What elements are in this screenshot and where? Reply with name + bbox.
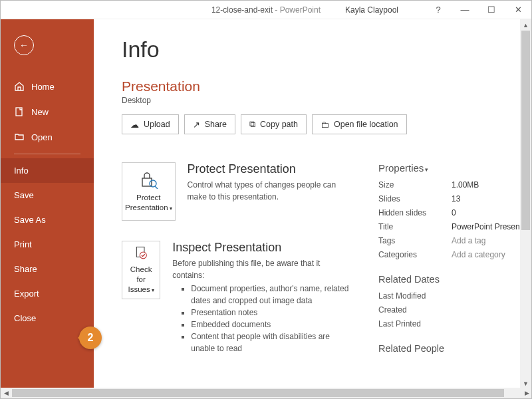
open-icon bbox=[14, 132, 25, 142]
property-value[interactable]: PowerPoint Presenta bbox=[452, 222, 527, 231]
inspect-heading: Inspect Presentation bbox=[172, 241, 353, 255]
sidebar-item-home[interactable]: Home bbox=[1, 74, 94, 99]
button-label: Share bbox=[205, 120, 227, 129]
related-people-header: Related People bbox=[378, 343, 531, 354]
property-key: Tags bbox=[378, 236, 452, 245]
chevron-down-icon: ▾ bbox=[425, 166, 428, 173]
scroll-track[interactable] bbox=[520, 31, 531, 378]
upload-button[interactable]: ☁ Upload bbox=[122, 114, 179, 134]
folder-icon: 🗀 bbox=[321, 120, 329, 130]
protect-presentation-button[interactable]: Protect Presentation▾ bbox=[122, 162, 176, 221]
callout-number: 2 bbox=[88, 332, 94, 344]
big-btn-line1: Protect bbox=[136, 194, 160, 201]
sidebar-label: Open bbox=[31, 132, 53, 142]
sidebar-item-open[interactable]: Open bbox=[1, 124, 94, 150]
property-value: 1.00MB bbox=[452, 180, 479, 190]
sidebar-label: New bbox=[31, 107, 49, 117]
share-button[interactable]: ↗ Share bbox=[184, 114, 235, 134]
scroll-track[interactable] bbox=[12, 388, 521, 398]
property-row-last-printed: Last Printed bbox=[378, 319, 531, 329]
sidebar-label: Info bbox=[14, 166, 29, 176]
link-icon: ⧉ bbox=[249, 119, 255, 130]
close-window-button[interactable]: ✕ bbox=[505, 1, 531, 19]
sidebar-item-save[interactable]: Save bbox=[1, 183, 94, 207]
inspect-item: Document properties, author's name, rela… bbox=[191, 283, 353, 307]
info-columns: Protect Presentation▾ Protect Presentati… bbox=[122, 162, 531, 360]
inspect-text: Inspect Presentation Before publishing t… bbox=[172, 241, 353, 354]
help-button[interactable]: ? bbox=[425, 1, 452, 19]
presentation-location: Desktop bbox=[122, 96, 531, 105]
minimize-button[interactable]: — bbox=[452, 1, 478, 19]
sidebar-label: Share bbox=[14, 264, 37, 274]
maximize-button[interactable]: ☐ bbox=[478, 1, 505, 19]
sidebar-item-export[interactable]: Export bbox=[1, 281, 94, 306]
back-button[interactable]: ← bbox=[14, 35, 34, 55]
property-value[interactable]: Add a tag bbox=[452, 236, 485, 245]
big-btn-line1: Check for bbox=[130, 265, 152, 283]
scroll-up-icon[interactable]: ▲ bbox=[520, 19, 531, 31]
property-row-last-modified: Last Modified bbox=[378, 291, 531, 301]
property-value: 0 bbox=[452, 208, 456, 217]
tutorial-callout: 2 bbox=[79, 327, 106, 353]
inspect-item: Presentation notes bbox=[191, 307, 353, 319]
scroll-thumb[interactable] bbox=[12, 389, 504, 397]
big-btn-line2: Presentation bbox=[125, 203, 168, 211]
copy-path-button[interactable]: ⧉ Copy path bbox=[241, 114, 307, 134]
open-file-location-button[interactable]: 🗀 Open file location bbox=[312, 114, 407, 134]
property-row-title: Title PowerPoint Presenta bbox=[378, 222, 531, 231]
app-window: 12-close-and-exit - PowerPoint Kayla Cla… bbox=[0, 0, 532, 399]
app-name: PowerPoint bbox=[280, 5, 321, 15]
sidebar-item-print[interactable]: Print bbox=[1, 232, 94, 257]
inspect-lead: Before publishing this file, be aware th… bbox=[172, 257, 353, 281]
protect-text: Protect Presentation Control what types … bbox=[188, 162, 353, 221]
share-icon: ↗ bbox=[193, 120, 200, 130]
properties-header[interactable]: Properties▾ bbox=[378, 162, 531, 174]
property-key: Last Modified bbox=[378, 291, 452, 301]
property-key: Title bbox=[378, 222, 452, 231]
property-row-hidden: Hidden slides 0 bbox=[378, 208, 531, 217]
chevron-down-icon: ▾ bbox=[152, 287, 154, 293]
horizontal-scrollbar[interactable]: ◀ ▶ bbox=[1, 388, 532, 398]
document-title: 12-close-and-exit - PowerPoint bbox=[211, 5, 321, 15]
upload-icon: ☁ bbox=[130, 120, 139, 130]
info-panel: Info Presentation Desktop ☁ Upload ↗ Sha… bbox=[94, 19, 531, 389]
protect-heading: Protect Presentation bbox=[188, 162, 353, 176]
presentation-name: Presentation bbox=[122, 78, 531, 94]
property-value[interactable]: Add a category bbox=[452, 250, 505, 259]
sidebar-item-new[interactable]: New bbox=[1, 99, 94, 124]
chevron-down-icon: ▾ bbox=[170, 205, 172, 211]
sidebar-item-info[interactable]: Info bbox=[1, 158, 94, 183]
button-label: Open file location bbox=[334, 120, 398, 129]
vertical-scrollbar[interactable]: ▲ ▼ bbox=[520, 19, 531, 389]
inspect-item: Content that people with disabilities ar… bbox=[191, 331, 353, 354]
document-name: 12-close-and-exit bbox=[211, 5, 273, 15]
button-label: Copy path bbox=[260, 120, 298, 129]
property-key: Categories bbox=[378, 250, 452, 259]
sidebar-separator bbox=[14, 154, 80, 154]
scroll-thumb[interactable] bbox=[521, 31, 530, 230]
sidebar-label: Print bbox=[14, 239, 32, 249]
svg-point-2 bbox=[150, 180, 156, 187]
inspect-item: Embedded documents bbox=[191, 319, 353, 331]
property-key: Slides bbox=[378, 194, 452, 203]
check-for-issues-button[interactable]: Check for Issues▾ bbox=[122, 241, 160, 299]
scroll-right-icon[interactable]: ▶ bbox=[521, 388, 532, 398]
property-row-slides: Slides 13 bbox=[378, 194, 531, 203]
property-key: Hidden slides bbox=[378, 208, 452, 217]
svg-rect-0 bbox=[16, 108, 22, 116]
properties-label: Properties bbox=[378, 162, 424, 174]
info-left-column: Protect Presentation▾ Protect Presentati… bbox=[122, 162, 353, 360]
sidebar-item-save-as[interactable]: Save As bbox=[1, 207, 94, 232]
related-dates-header: Related Dates bbox=[378, 274, 531, 285]
inspect-list: Document properties, author's name, rela… bbox=[172, 283, 353, 354]
page-title: Info bbox=[122, 37, 531, 63]
scroll-left-icon[interactable]: ◀ bbox=[1, 388, 12, 398]
property-row-tags: Tags Add a tag bbox=[378, 236, 531, 245]
big-btn-line2: Issues bbox=[128, 285, 150, 293]
action-button-row: ☁ Upload ↗ Share ⧉ Copy path 🗀 Open file… bbox=[122, 114, 531, 134]
sidebar-item-share[interactable]: Share bbox=[1, 257, 94, 281]
signed-in-user[interactable]: Kayla Claypool bbox=[345, 5, 398, 15]
sidebar-label: Close bbox=[14, 313, 36, 323]
window-controls: ? — ☐ ✕ bbox=[425, 1, 531, 19]
properties-panel: Properties▾ Size 1.00MB Slides 13 Hidden… bbox=[378, 162, 531, 360]
